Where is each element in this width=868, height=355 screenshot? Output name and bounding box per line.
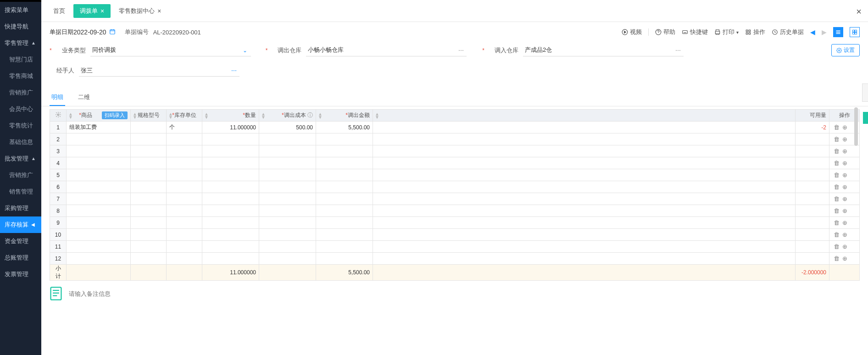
table-row[interactable]: 4🗑⊕ <box>50 157 860 169</box>
view-list-button[interactable] <box>833 27 843 37</box>
cell-unit[interactable] <box>167 205 202 217</box>
doc-date-value[interactable]: 2022-09-20 <box>73 28 106 36</box>
note-icon[interactable] <box>50 286 62 301</box>
cell-cost[interactable] <box>259 157 316 169</box>
cell-unit[interactable] <box>167 169 202 181</box>
print-button[interactable]: 打印▾ <box>714 28 739 36</box>
cell-blank[interactable] <box>373 253 796 265</box>
table-row[interactable]: 11🗑⊕ <box>50 241 860 253</box>
cell-product[interactable] <box>67 169 131 181</box>
col-qty[interactable]: ▲▼*数量 <box>202 110 259 122</box>
cell-amount[interactable] <box>316 133 373 145</box>
cell-cost[interactable] <box>259 193 316 205</box>
biztype-input[interactable] <box>90 44 251 56</box>
cell-unit[interactable] <box>167 181 202 193</box>
outwh-input[interactable] <box>306 44 467 56</box>
sidebar-item-ledger[interactable]: 总账管理 <box>0 250 41 266</box>
remark-input[interactable] <box>69 290 307 297</box>
cell-product[interactable] <box>67 229 131 241</box>
delete-row-icon[interactable]: 🗑 <box>834 183 840 190</box>
cell-spec[interactable] <box>131 217 167 229</box>
cell-qty[interactable] <box>202 217 259 229</box>
sidebar-item-marketing[interactable]: 营销推广 <box>0 84 41 101</box>
more-icon[interactable]: ⋯ <box>231 67 237 74</box>
add-row-icon[interactable]: ⊕ <box>842 219 847 226</box>
cell-avail[interactable]: -2 <box>796 122 829 133</box>
add-row-icon[interactable]: ⊕ <box>842 243 847 250</box>
cell-avail[interactable] <box>796 241 829 253</box>
cell-unit[interactable] <box>167 217 202 229</box>
cell-cost[interactable] <box>259 217 316 229</box>
sidebar-item-purchase[interactable]: 采购管理 <box>0 200 41 216</box>
cell-spec[interactable] <box>131 253 167 265</box>
cell-cost[interactable] <box>259 205 316 217</box>
cell-qty[interactable] <box>202 169 259 181</box>
cell-qty[interactable] <box>202 133 259 145</box>
cell-cost[interactable] <box>259 241 316 253</box>
cell-spec[interactable] <box>131 133 167 145</box>
cell-qty[interactable] <box>202 181 259 193</box>
next-doc-icon[interactable]: ▶ <box>822 28 827 36</box>
cell-product[interactable] <box>67 193 131 205</box>
cell-blank[interactable] <box>373 169 796 181</box>
delete-row-icon[interactable]: 🗑 <box>834 136 840 143</box>
delete-row-icon[interactable]: 🗑 <box>834 207 840 214</box>
video-button[interactable]: 视频 <box>622 28 642 36</box>
col-unit[interactable]: ▲▼*库存单位 <box>167 110 202 122</box>
cell-amount[interactable] <box>316 193 373 205</box>
cell-unit[interactable] <box>167 133 202 145</box>
cell-unit[interactable] <box>167 145 202 157</box>
cell-amount[interactable] <box>316 229 373 241</box>
cell-blank[interactable] <box>373 217 796 229</box>
add-row-icon[interactable]: ⊕ <box>842 124 847 131</box>
cell-spec[interactable] <box>131 145 167 157</box>
cell-qty[interactable] <box>202 241 259 253</box>
delete-row-icon[interactable]: 🗑 <box>834 255 840 262</box>
gear-icon[interactable] <box>50 110 67 122</box>
table-row[interactable]: 2🗑⊕ <box>50 133 860 145</box>
delete-row-icon[interactable]: 🗑 <box>834 231 840 238</box>
cell-blank[interactable] <box>373 205 796 217</box>
cell-amount[interactable] <box>316 205 373 217</box>
sidebar-item-retailmall[interactable]: 零售商城 <box>0 68 41 84</box>
handler-input[interactable] <box>79 65 239 77</box>
settings-button[interactable]: 设置 <box>831 44 860 56</box>
history-button[interactable]: 历史单据 <box>772 28 804 36</box>
cell-blank[interactable] <box>373 241 796 253</box>
col-cost[interactable]: ▲▼*调出成本 ⓘ <box>259 110 316 122</box>
cell-blank[interactable] <box>373 229 796 241</box>
cell-spec[interactable] <box>131 181 167 193</box>
cell-unit[interactable] <box>167 157 202 169</box>
cell-product[interactable] <box>67 133 131 145</box>
delete-row-icon[interactable]: 🗑 <box>834 124 840 131</box>
shortcut-button[interactable]: 快捷键 <box>682 28 708 36</box>
cell-spec[interactable] <box>131 241 167 253</box>
sidebar-item-wholesale[interactable]: 批发管理▲ <box>0 150 41 167</box>
cell-qty[interactable] <box>202 229 259 241</box>
table-row[interactable]: 9🗑⊕ <box>50 217 860 229</box>
sidebar-item-funds[interactable]: 资金管理 <box>0 233 41 250</box>
table-row[interactable]: 6🗑⊕ <box>50 181 860 193</box>
cell-cost[interactable]: 500.00 <box>259 122 316 133</box>
ops-button[interactable]: 操作 <box>745 28 765 36</box>
more-icon[interactable]: ⋯ <box>458 47 464 54</box>
cell-avail[interactable] <box>796 217 829 229</box>
cell-product[interactable] <box>67 181 131 193</box>
cell-spec[interactable] <box>131 122 167 133</box>
help-button[interactable]: 帮助 <box>655 28 675 36</box>
cell-qty[interactable] <box>202 145 259 157</box>
cell-blank[interactable] <box>373 157 796 169</box>
right-panel-toggle[interactable] <box>862 83 868 102</box>
cell-blank[interactable] <box>373 145 796 157</box>
cell-amount[interactable] <box>316 217 373 229</box>
col-product[interactable]: ▲▼*商品扫码录入 <box>67 110 131 122</box>
cell-cost[interactable] <box>259 181 316 193</box>
cell-cost[interactable] <box>259 145 316 157</box>
sidebar-item-basicinfo[interactable]: 基础信息 <box>0 134 41 150</box>
col-spec[interactable]: ▲▼规格型号 <box>131 110 167 122</box>
table-row[interactable]: 7🗑⊕ <box>50 193 860 205</box>
cell-amount[interactable] <box>316 157 373 169</box>
cell-unit[interactable] <box>167 253 202 265</box>
cell-blank[interactable] <box>373 122 796 133</box>
cell-avail[interactable] <box>796 181 829 193</box>
